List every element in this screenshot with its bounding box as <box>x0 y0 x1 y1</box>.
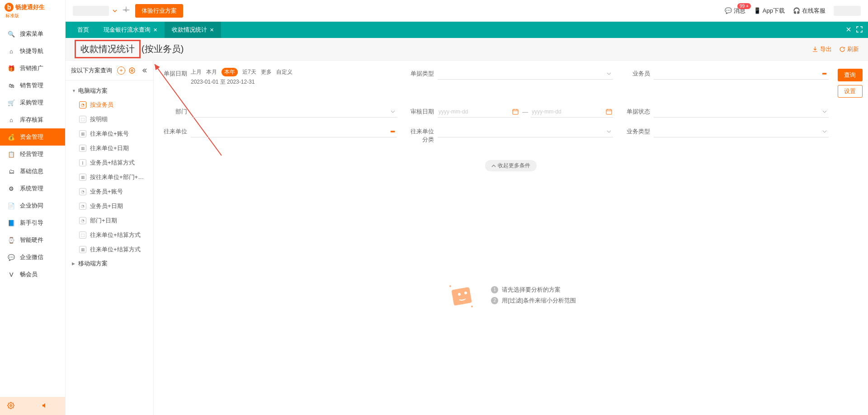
nav-item-14[interactable]: V畅会员 <box>0 266 65 283</box>
nav-item-12[interactable]: ⌚智能硬件 <box>0 231 65 249</box>
topbar: 体验行业方案 💬 消息 99 + 📱 App下载 🎧 在线客服 <box>66 0 868 22</box>
nav-item-6[interactable]: 💰资金管理 <box>0 128 65 146</box>
scheme-icon: ▦ <box>79 246 86 253</box>
tabs: 首页现金银行流水查询✕收款情况统计✕ <box>66 22 868 38</box>
date-tab-0[interactable]: 上月 <box>191 68 202 76</box>
date-tab-5[interactable]: 自定义 <box>276 68 292 76</box>
bill-status-select[interactable] <box>654 106 829 118</box>
scheme-icon: ▦ <box>79 174 86 181</box>
nav-item-3[interactable]: 🛍销售管理 <box>0 77 65 94</box>
sidebar: b 畅捷通好生 标准版 🔍搜索菜单⌂快捷导航🎁营销推广🛍销售管理🛒采购管理⌂库存… <box>0 0 66 415</box>
nav-icon: 💬 <box>7 253 15 261</box>
settings-button[interactable]: 设置 <box>838 85 863 98</box>
scheme-item-4[interactable]: ⫿业务员+结算方式 <box>70 156 153 170</box>
query-button[interactable]: 查询 <box>838 69 863 81</box>
nav-item-5[interactable]: ⌂库存核算 <box>0 111 65 128</box>
scheme-item-2[interactable]: ▦往来单位+账号 <box>70 127 153 141</box>
empty-illustration <box>446 279 477 311</box>
scheme-settings-icon[interactable] <box>128 66 136 75</box>
filters: 单据日期 上月本月本年近7天更多自定义 2023-01-01 至 2023-12… <box>154 61 868 156</box>
nav-item-8[interactable]: 🗂基础信息 <box>0 163 65 180</box>
scheme-icon: ▦ <box>79 145 86 152</box>
nav-icon: 💰 <box>7 133 15 141</box>
gear-icon[interactable] <box>123 6 130 15</box>
app-download-link[interactable]: 📱 App下载 <box>754 7 785 15</box>
scheme-item-6[interactable]: ◔业务员+账号 <box>70 184 153 199</box>
msg-badge: 99 + <box>737 3 751 9</box>
speaker-icon[interactable] <box>42 402 49 410</box>
nav-icon: 📘 <box>7 219 15 227</box>
partner-select[interactable]: ••• <box>191 126 397 137</box>
svg-rect-6 <box>606 109 612 114</box>
nav-list: 🔍搜索菜单⌂快捷导航🎁营销推广🛍销售管理🛒采购管理⌂库存核算💰资金管理📋经营管理… <box>0 22 65 397</box>
dept-select[interactable] <box>191 106 397 118</box>
tab-0[interactable]: 首页 <box>70 22 96 38</box>
nav-item-7[interactable]: 📋经营管理 <box>0 146 65 163</box>
date-tab-3[interactable]: 近7天 <box>242 68 256 76</box>
scheme-icon: ⬚ <box>79 116 86 123</box>
salesman-select[interactable]: ••• <box>654 68 829 80</box>
main: 体验行业方案 💬 消息 99 + 📱 App下载 🎧 在线客服 <box>66 0 868 415</box>
avatar[interactable] <box>834 6 861 16</box>
collapse-filters-button[interactable]: 收起更多条件 <box>485 160 537 171</box>
industry-button[interactable]: 体验行业方案 <box>135 4 183 18</box>
phone-icon: 📱 <box>754 7 761 14</box>
tab-2[interactable]: 收款情况统计✕ <box>165 22 221 38</box>
tab-1[interactable]: 现金银行流水查询✕ <box>96 22 165 38</box>
nav-icon: 📋 <box>7 150 15 158</box>
svg-point-0 <box>10 405 12 406</box>
add-scheme-icon[interactable]: + <box>117 66 125 75</box>
svg-rect-5 <box>513 109 518 114</box>
scheme-item-8[interactable]: ◔部门+日期 <box>70 213 153 228</box>
nav-item-1[interactable]: ⌂快捷导航 <box>0 42 65 60</box>
partner-cat-select[interactable] <box>438 126 613 137</box>
audit-date-range[interactable]: yyyy-mm-dd — yyyy-mm-dd <box>438 106 613 118</box>
tree-group-mobile[interactable]: ▶ 移动端方案 <box>66 257 153 270</box>
logo: b 畅捷通好生 标准版 <box>0 0 65 22</box>
settings-icon[interactable] <box>7 402 14 410</box>
page-title-highlight: 收款情况统计 <box>75 40 141 58</box>
nav-item-10[interactable]: 📄企业协同 <box>0 197 65 214</box>
collapse-panel-icon[interactable] <box>141 67 148 74</box>
scheme-item-10[interactable]: ▦往来单位+结算方式 <box>70 242 153 257</box>
close-all-icon[interactable] <box>845 26 852 34</box>
nav-item-13[interactable]: 💬企业微信 <box>0 249 65 266</box>
service-link[interactable]: 🎧 在线客服 <box>793 7 826 15</box>
scheme-item-9[interactable]: ⬚往来单位+结算方式 <box>70 228 153 242</box>
nav-icon: 🛒 <box>7 99 15 107</box>
nav-item-11[interactable]: 📘新手引导 <box>0 214 65 231</box>
date-tab-4[interactable]: 更多 <box>261 68 272 76</box>
scheme-icon: ▦ <box>79 130 86 137</box>
close-icon[interactable]: ✕ <box>153 27 157 33</box>
nav-icon: V <box>7 270 15 278</box>
date-range: 2023-01-01 至 2023-12-31 <box>191 78 397 86</box>
refresh-button[interactable]: 刷新 <box>839 45 859 53</box>
scheme-item-7[interactable]: ◔业务员+日期 <box>70 199 153 213</box>
nav-item-4[interactable]: 🛒采购管理 <box>0 94 65 111</box>
scheme-item-3[interactable]: ▦往来单位+日期 <box>70 141 153 156</box>
tree-group-desktop[interactable]: ▼ 电脑端方案 <box>66 84 153 98</box>
scheme-item-5[interactable]: ▦按往来单位+部门+收... <box>70 170 153 184</box>
date-tab-2[interactable]: 本年 <box>222 68 238 76</box>
query-header: 按以下方案查询 + <box>66 61 153 80</box>
close-icon[interactable]: ✕ <box>210 27 214 33</box>
nav-item-0[interactable]: 🔍搜索菜单 <box>0 25 65 42</box>
export-button[interactable]: 导出 <box>812 45 832 53</box>
nav-item-2[interactable]: 🎁营销推广 <box>0 60 65 77</box>
scheme-item-0[interactable]: ◔按业务员 <box>70 98 153 112</box>
date-tab-1[interactable]: 本月 <box>206 68 217 76</box>
svg-point-2 <box>131 70 133 71</box>
nav-icon: 🔍 <box>7 30 15 38</box>
nav-icon: 🗂 <box>7 167 15 175</box>
nav-icon: ⌂ <box>7 47 15 55</box>
scheme-item-1[interactable]: ⬚按明细 <box>70 112 153 127</box>
fullscreen-icon[interactable] <box>856 26 863 34</box>
scheme-icon: ⫿ <box>79 159 86 166</box>
biz-type-select[interactable] <box>654 126 829 137</box>
org-selector[interactable] <box>73 6 117 16</box>
bill-type-select[interactable] <box>438 68 613 80</box>
titlebar: 收款情况统计 (按业务员) 导出 刷新 <box>66 38 868 61</box>
messages-link[interactable]: 💬 消息 99 + <box>725 7 745 15</box>
nav-item-9[interactable]: ⚙系统管理 <box>0 180 65 197</box>
scheme-icon: ◔ <box>79 217 86 224</box>
